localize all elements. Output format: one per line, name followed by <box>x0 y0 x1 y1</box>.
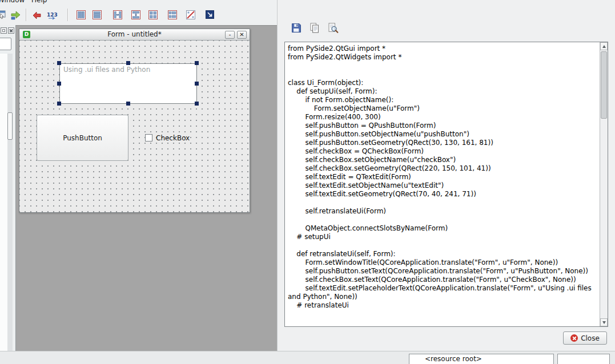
close-red-icon <box>570 334 578 342</box>
checkbox-indicator[interactable] <box>145 134 152 141</box>
form-window-title: Form - untitled* <box>19 30 250 38</box>
close-button[interactable]: ✕ <box>237 31 247 39</box>
menu-window[interactable]: Window <box>0 0 25 4</box>
widget-box-dock <box>0 25 16 351</box>
toolbar-separator <box>67 9 69 21</box>
layout-form-icon[interactable] <box>166 7 179 22</box>
textedit-widget[interactable]: Using .ui files and Python <box>59 63 197 104</box>
edit-widgets-icon[interactable] <box>0 7 8 22</box>
adjust-size-icon[interactable] <box>203 7 217 22</box>
resource-browser-panel[interactable]: <resource root> <box>409 354 554 364</box>
menu-help[interactable]: Help <box>31 0 47 4</box>
form-designer-window[interactable]: D Form - untitled* - ✕ Using .ui files a… <box>19 29 250 213</box>
edit-signals-slots-icon[interactable] <box>9 7 23 22</box>
checkbox-label: CheckBox <box>156 134 190 142</box>
scroll-down-icon[interactable] <box>600 318 608 326</box>
dock-scrollbar-thumb[interactable] <box>7 112 13 140</box>
save-icon[interactable] <box>289 21 304 35</box>
copy-icon[interactable] <box>307 21 322 35</box>
selection-handle-middle-right[interactable] <box>195 82 199 86</box>
dock-float-icon[interactable] <box>1 27 7 34</box>
splitter-horizontal-icon[interactable] <box>111 7 124 22</box>
selection-handle-middle-left[interactable] <box>57 82 61 86</box>
selection-handle-bottom-left[interactable] <box>57 102 61 106</box>
resource-preview-panel <box>557 354 610 364</box>
dock-scrollbar-track <box>7 54 13 351</box>
resource-root-item[interactable]: <resource root> <box>409 354 553 364</box>
selection-handle-bottom-right[interactable] <box>195 102 199 106</box>
scroll-up-icon[interactable] <box>600 42 608 50</box>
layout-grid-icon[interactable] <box>146 7 160 22</box>
widget-filter-input[interactable] <box>0 38 11 50</box>
break-layout-icon[interactable] <box>184 7 198 22</box>
toolbar-separator <box>26 9 27 21</box>
code-text: from PySide2.QtGui import * from PySide2… <box>285 42 600 326</box>
layout-horizontal-icon[interactable] <box>74 7 88 22</box>
close-dialog-button[interactable]: Close <box>563 331 607 345</box>
splitter-vertical-icon[interactable] <box>129 7 143 22</box>
checkbox-widget[interactable]: CheckBox <box>145 126 203 149</box>
textedit-placeholder: Using .ui files and Python <box>60 64 196 75</box>
selection-handle-top-right[interactable] <box>195 61 199 65</box>
code-view[interactable]: from PySide2.QtGui import * from PySide2… <box>284 42 608 327</box>
code-scrollbar <box>600 42 608 326</box>
widget-box-list[interactable] <box>0 54 7 351</box>
code-preview-dialog: from PySide2.QtGui import * from PySide2… <box>277 0 615 351</box>
selection-handle-bottom-middle[interactable] <box>126 102 130 106</box>
form-window-titlebar[interactable]: D Form - untitled* - ✕ <box>19 29 250 41</box>
svg-text:123: 123 <box>47 12 58 18</box>
dock-close-icon[interactable] <box>8 27 14 34</box>
selection-handle-top-middle[interactable] <box>126 61 130 65</box>
scrollbar-thumb[interactable] <box>601 51 607 119</box>
edit-buddies-icon[interactable] <box>30 7 43 22</box>
minimize-button[interactable]: - <box>225 31 235 39</box>
layout-vertical-icon[interactable] <box>90 7 104 22</box>
form-canvas[interactable]: Using .ui files and Python PushButton Ch… <box>19 41 250 212</box>
find-icon[interactable] <box>325 21 340 35</box>
selection-handle-top-left[interactable] <box>57 61 61 65</box>
edit-tab-order-icon[interactable]: 123 <box>46 7 59 22</box>
pushbutton-widget[interactable]: PushButton <box>37 115 128 161</box>
menu-bar: Window Help <box>0 0 274 5</box>
close-button-label: Close <box>581 334 600 342</box>
